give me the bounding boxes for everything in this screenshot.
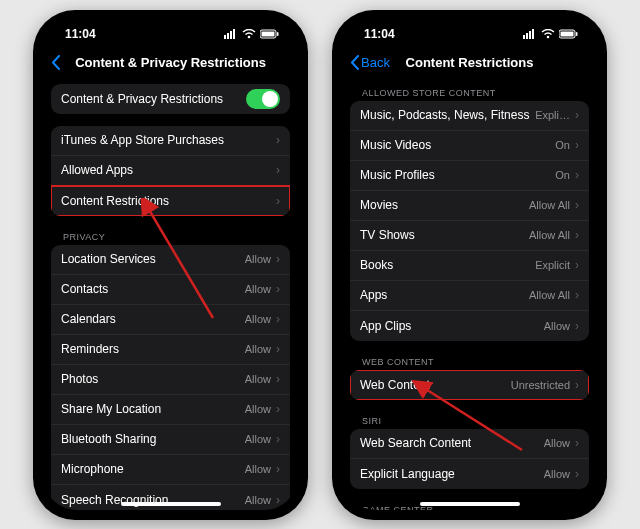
row-allowed-apps[interactable]: Allowed Apps › [51,156,290,186]
back-button[interactable] [51,55,60,70]
chevron-right-icon: › [575,108,579,122]
back-label: Back [361,55,390,70]
row-photos[interactable]: PhotosAllow› [51,365,290,395]
chevron-right-icon: › [276,163,280,177]
chevron-right-icon: › [276,252,280,266]
row-tv-shows[interactable]: TV ShowsAllow All› [350,221,589,251]
chevron-right-icon: › [575,288,579,302]
chevron-right-icon: › [276,372,280,386]
row-music-profiles[interactable]: Music ProfilesOn› [350,161,589,191]
notch [415,20,525,42]
svg-rect-15 [576,32,578,36]
row-web-content[interactable]: Web ContentUnrestricted› [350,370,589,400]
row-web-search[interactable]: Web Search ContentAllow› [350,429,589,459]
chevron-right-icon: › [575,319,579,333]
row-itunes-appstore[interactable]: iTunes & App Store Purchases › [51,126,290,156]
status-icons [523,29,579,39]
chevron-right-icon: › [276,432,280,446]
svg-rect-1 [227,33,229,39]
chevron-left-icon [51,55,60,70]
chevron-right-icon: › [276,133,280,147]
battery-icon [559,29,579,39]
svg-rect-8 [523,35,525,39]
row-location-services[interactable]: Location ServicesAllow› [51,245,290,275]
svg-rect-9 [526,33,528,39]
svg-rect-3 [233,29,235,39]
section-header-allowed: Allowed Store Content [350,84,589,101]
chevron-right-icon: › [276,462,280,476]
svg-rect-11 [532,29,534,39]
chevron-left-icon [350,55,359,70]
status-time: 11:04 [364,27,395,41]
cellular-icon [224,29,238,39]
notch [116,20,226,42]
section-header-web: Web Content [350,353,589,370]
chevron-right-icon: › [276,282,280,296]
section-header-privacy: Privacy [51,228,290,245]
chevron-right-icon: › [276,312,280,326]
row-apps[interactable]: AppsAllow All› [350,281,589,311]
chevron-right-icon: › [276,342,280,356]
row-bluetooth[interactable]: Bluetooth SharingAllow› [51,425,290,455]
section-header-siri: Siri [350,412,589,429]
phone-left: 11:04 Content & Privacy Restrictions Con… [33,10,308,520]
svg-rect-14 [561,31,574,36]
svg-rect-7 [277,32,279,36]
page-title: Content & Privacy Restrictions [53,55,288,70]
chevron-right-icon: › [276,493,280,507]
svg-point-12 [547,35,550,38]
svg-rect-6 [262,31,275,36]
row-movies[interactable]: MoviesAllow All› [350,191,589,221]
row-share-location[interactable]: Share My LocationAllow› [51,395,290,425]
chevron-right-icon: › [575,378,579,392]
nav-bar: Back Content Restrictions [342,48,597,78]
svg-point-4 [248,35,251,38]
battery-icon [260,29,280,39]
status-time: 11:04 [65,27,96,41]
chevron-right-icon: › [276,402,280,416]
back-button[interactable]: Back [350,55,390,70]
row-music-podcasts[interactable]: Music, Podcasts, News, FitnessExpli…› [350,101,589,131]
row-calendars[interactable]: CalendarsAllow› [51,305,290,335]
home-indicator[interactable] [121,502,221,506]
home-indicator[interactable] [420,502,520,506]
chevron-right-icon: › [575,138,579,152]
row-microphone[interactable]: MicrophoneAllow› [51,455,290,485]
wifi-icon [242,29,256,39]
chevron-right-icon: › [575,228,579,242]
svg-rect-10 [529,31,531,39]
svg-rect-0 [224,35,226,39]
row-explicit-lang[interactable]: Explicit LanguageAllow› [350,459,589,489]
phone-right: 11:04 Back Content Restrictions Allowed … [332,10,607,520]
row-content-restrictions[interactable]: Content Restrictions › [51,186,290,216]
row-reminders[interactable]: RemindersAllow› [51,335,290,365]
chevron-right-icon: › [575,168,579,182]
row-app-clips[interactable]: App ClipsAllow› [350,311,589,341]
nav-bar: Content & Privacy Restrictions [43,48,298,78]
status-icons [224,29,280,39]
chevron-right-icon: › [575,436,579,450]
toggle-restrictions-row[interactable]: Content & Privacy Restrictions [51,84,290,114]
wifi-icon [541,29,555,39]
row-music-videos[interactable]: Music VideosOn› [350,131,589,161]
chevron-right-icon: › [575,198,579,212]
restrictions-toggle[interactable] [246,89,280,109]
cellular-icon [523,29,537,39]
chevron-right-icon: › [276,194,280,208]
chevron-right-icon: › [575,467,579,481]
chevron-right-icon: › [575,258,579,272]
row-books[interactable]: BooksExplicit› [350,251,589,281]
row-contacts[interactable]: ContactsAllow› [51,275,290,305]
svg-rect-2 [230,31,232,39]
toggle-label: Content & Privacy Restrictions [61,92,223,106]
row-speech[interactable]: Speech RecognitionAllow› [51,485,290,510]
